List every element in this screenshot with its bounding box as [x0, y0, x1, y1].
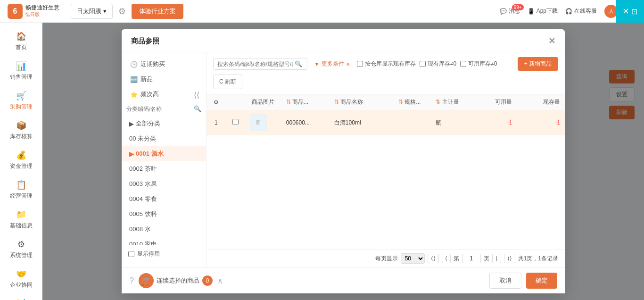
sidebar-item-guide[interactable]: 🔰 新手引导 [0, 294, 42, 300]
sidebar-label-enterprise: 企业协同 [10, 281, 33, 289]
sidebar-item-enterprise[interactable]: 🤝 企业协同 [0, 264, 42, 294]
cancel-button[interactable]: 取消 [489, 273, 521, 289]
logo-icon: 6 [8, 4, 23, 19]
logo: 6 畅捷通好生意 惜日版 [8, 4, 59, 19]
cat-0005-label: 0005 饮料 [129, 210, 157, 218]
sidebar-item-home[interactable]: 🏠 首页 [0, 26, 42, 56]
sidebar-item-inventory[interactable]: 📦 库存核算 [0, 116, 42, 145]
search-icon[interactable]: 🔍 [295, 60, 302, 67]
cat-0001-label: 0001 酒水 [136, 150, 164, 158]
th-name[interactable]: ⇅ 商品名称 [330, 94, 394, 110]
th-code[interactable]: ⇅ 商品... [281, 94, 330, 110]
messages-btn[interactable]: 💬 消息 99+ [500, 7, 520, 15]
check-available-nonzero-label: 可用库存≠0 [468, 60, 497, 68]
th-spec[interactable]: ⇅ 规格... [394, 94, 431, 110]
trial-btn[interactable]: 体验行业方案 [132, 4, 183, 19]
page-prev-btn[interactable]: ⟨ [442, 254, 451, 263]
cat-0004-label: 0004 零食 [129, 195, 157, 203]
sort-spec-icon: ⇅ [398, 99, 403, 105]
sidebar-item-sales[interactable]: 📊 销售管理 [0, 56, 42, 86]
confirm-button[interactable]: 确定 [526, 273, 557, 289]
modal-overlay: 商品参照 ✕ 🕒 近期购买 [42, 23, 644, 300]
app-download-btn[interactable]: 📱 App下载 [528, 7, 558, 15]
filter-icon: ▼ [314, 61, 320, 67]
close-corner-icon[interactable]: ✕ [622, 6, 629, 17]
settings-icon[interactable]: ⚙ [118, 6, 126, 17]
page-next-btn[interactable]: ⟩ [492, 254, 501, 263]
page-total-info: 共1页，1条记录 [518, 255, 558, 263]
home-icon: 🏠 [16, 31, 26, 42]
cat-0005[interactable]: 0005 饮料 [122, 207, 206, 222]
check-stock-nonzero-input[interactable] [420, 61, 426, 67]
cart-icon: 🛒 [139, 273, 154, 288]
sidebar-item-system[interactable]: ⚙ 系统管理 [0, 234, 42, 264]
quick-frequent[interactable]: ⭐ 频次高 [126, 87, 190, 101]
row-image-cell: 图 [245, 110, 281, 135]
sidebar-label-system: 系统管理 [10, 251, 33, 259]
cat-all[interactable]: ▶ 全部分类 [122, 116, 206, 131]
cat-0002[interactable]: 0002 茶叶 [122, 161, 206, 176]
new-icon: 🆕 [130, 76, 138, 83]
help-icon[interactable]: ? [129, 276, 134, 286]
page-first-btn[interactable]: ⟨⟨ [428, 254, 439, 263]
check-stock-nonzero[interactable]: 现有库存≠0 [420, 60, 456, 68]
right-panel: 🔍 ▼ 更多条件 ∧ 按仓库显示现有库存 [206, 52, 565, 267]
cat-00-label: 00 未分类 [129, 134, 156, 143]
sidebar-item-basic-info[interactable]: 📁 基础信息 [0, 205, 42, 234]
app-download-label: App下载 [537, 7, 558, 15]
check-available-nonzero-input[interactable] [460, 61, 466, 67]
row-checkbox[interactable] [232, 119, 239, 125]
th-unit[interactable]: ⇅ 主计量 [431, 94, 468, 110]
row-unit: 瓶 [431, 110, 468, 135]
refresh-btn[interactable]: C 刷新 [213, 75, 242, 89]
more-conditions-btn[interactable]: ▼ 更多条件 ∧ [311, 58, 353, 70]
product-reference-modal: 商品参照 ✕ 🕒 近期购买 [122, 29, 565, 293]
sidebar-item-finance[interactable]: 💰 资金管理 [0, 145, 42, 175]
tenant-name: 日太阳膜 [77, 7, 101, 16]
cat-0008[interactable]: 0008 水 [122, 222, 206, 237]
cart-label: 连续选择的商品 [157, 276, 199, 285]
cat-00[interactable]: 00 未分类 [122, 131, 206, 146]
row-available: -1 [469, 110, 517, 135]
cat-0003[interactable]: 0003 水果 [122, 176, 206, 192]
cat-0001[interactable]: ▶ 0001 酒水 [122, 146, 206, 161]
sidebar-item-purchase[interactable]: 🛒 采购管理 [0, 86, 42, 116]
show-disabled-checkbox[interactable] [128, 251, 134, 257]
sidebar-label-purchase: 采购管理 [10, 103, 33, 111]
left-panel-collapse-btn[interactable]: ⟨⟨ [190, 89, 203, 101]
top-nav: 6 畅捷通好生意 惜日版 日太阳膜 ▾ ⚙ 体验行业方案 💬 消息 99+ 📱 … [0, 0, 644, 23]
sidebar-label-home: 首页 [16, 43, 27, 51]
cart-area[interactable]: 🛒 连续选择的商品 0 [139, 273, 213, 288]
quick-recent[interactable]: 🕒 近期购买 [126, 57, 190, 71]
check-warehouse[interactable]: 按仓库显示现有库存 [357, 60, 416, 68]
row-num: 1 [206, 110, 226, 135]
purchase-icon: 🛒 [16, 91, 26, 101]
add-product-btn[interactable]: + 新增商品 [518, 57, 558, 71]
collapse-up-icon[interactable]: ∧ [217, 276, 223, 285]
logo-text: 畅捷通好生意 [25, 4, 59, 12]
modal-close-button[interactable]: ✕ [548, 36, 555, 46]
quick-new[interactable]: 🆕 新品 [126, 72, 190, 86]
page-last-btn[interactable]: ⟩⟩ [504, 254, 515, 263]
check-warehouse-input[interactable] [357, 61, 363, 67]
quick-recent-label: 近期购买 [140, 60, 165, 68]
online-service-btn[interactable]: 🎧 在线客服 [565, 7, 597, 15]
sidebar-item-operations[interactable]: 📋 经营管理 [0, 175, 42, 205]
product-image: 图 [250, 114, 267, 131]
check-available-nonzero[interactable]: 可用库存≠0 [460, 60, 497, 68]
product-search-input[interactable] [217, 61, 293, 67]
footer-right: 取消 确定 [489, 273, 557, 289]
category-search-icon[interactable]: 🔍 [194, 105, 201, 112]
per-page-select[interactable]: 50 100 200 [401, 253, 425, 264]
category-list: ▶ 全部分类 00 未分类 ▶ 0001 酒水 0002 茶 [122, 116, 206, 245]
page-number-input[interactable] [462, 254, 481, 263]
expand-corner-icon[interactable]: ⊡ [631, 7, 637, 16]
category-search-input[interactable] [126, 106, 192, 112]
th-checkbox [226, 94, 245, 110]
quick-frequent-label: 频次高 [140, 90, 159, 99]
table-row[interactable]: 1 图 [206, 110, 565, 135]
cat-0004[interactable]: 0004 零食 [122, 192, 206, 207]
cat-0010[interactable]: 0010 家电 [122, 237, 206, 245]
tenant-dropdown[interactable]: 日太阳膜 ▾ [71, 4, 113, 19]
cat-0010-label: 0010 家电 [129, 240, 157, 245]
